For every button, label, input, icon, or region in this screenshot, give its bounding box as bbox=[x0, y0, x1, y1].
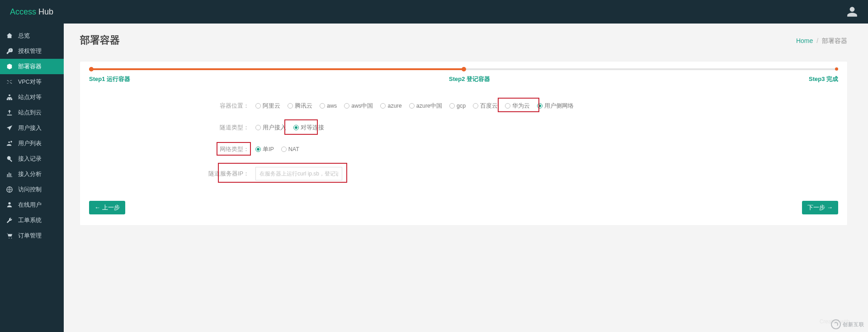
form-panel: Step1 运行容器 Step2 登记容器 Step3 完成 容器位置： 阿里云… bbox=[80, 62, 847, 225]
radio-icon bbox=[344, 103, 349, 109]
sidebar-item-label: 访问控制 bbox=[18, 186, 42, 194]
radio-icon bbox=[255, 125, 261, 130]
radio-icon bbox=[505, 103, 510, 109]
label-network-type: 网络类型： bbox=[89, 146, 252, 153]
radio-icon bbox=[255, 147, 261, 152]
row-tunnel-type: 隧道类型： 用户接入对等连接 bbox=[89, 117, 838, 138]
network-type-option-1[interactable]: NAT bbox=[281, 146, 299, 152]
step-dot-1[interactable] bbox=[89, 67, 94, 71]
option-label: NAT bbox=[288, 146, 299, 152]
next-step-button[interactable]: 下一步 → bbox=[802, 201, 838, 214]
sitemap-icon bbox=[6, 94, 13, 100]
home-icon bbox=[6, 33, 13, 39]
breadcrumb: Home / 部署容器 bbox=[796, 37, 847, 45]
breadcrumb-home[interactable]: Home bbox=[796, 37, 813, 44]
sidebar-item-label: VPC对等 bbox=[18, 78, 42, 86]
sidebar-item-label: 订单管理 bbox=[18, 232, 42, 240]
sidebar-item-label: 部署容器 bbox=[18, 63, 42, 71]
container-location-option-0[interactable]: 阿里云 bbox=[255, 102, 280, 110]
option-label: 用户接入 bbox=[263, 124, 286, 132]
radio-icon bbox=[320, 103, 325, 109]
sidebar-item-label: 用户列表 bbox=[18, 140, 42, 147]
users-icon bbox=[6, 140, 13, 147]
sidebar-item-label: 工单系统 bbox=[18, 217, 42, 224]
option-label: 百度云 bbox=[480, 102, 498, 110]
container-location-option-6[interactable]: gcp bbox=[449, 103, 466, 109]
step2-label: Step2 登记容器 bbox=[449, 75, 490, 83]
radio-icon bbox=[537, 103, 542, 109]
sidebar-item-home[interactable]: 总览 bbox=[0, 28, 64, 43]
prev-step-button[interactable]: ← 上一步 bbox=[89, 201, 125, 214]
sidebar-item-key[interactable]: 授权管理 bbox=[0, 43, 64, 59]
container-location-option-3[interactable]: aws中国 bbox=[344, 102, 373, 110]
step-dot-3[interactable] bbox=[835, 67, 838, 71]
corner-watermark: 创新互联 bbox=[831, 319, 864, 329]
stepper: Step1 运行容器 Step2 登记容器 Step3 完成 bbox=[89, 67, 838, 85]
main-content: 部署容器 Home / 部署容器 Step1 运行容器 Step2 登记容器 S… bbox=[64, 24, 868, 332]
radio-icon bbox=[293, 125, 299, 130]
label-container-location: 容器位置： bbox=[89, 102, 252, 110]
upload-icon bbox=[6, 109, 13, 116]
option-label: 华为云 bbox=[512, 102, 530, 110]
key-icon bbox=[6, 48, 13, 54]
option-label: aws中国 bbox=[351, 102, 373, 110]
plane-icon bbox=[6, 125, 13, 131]
sidebar-item-label: 接入记录 bbox=[18, 155, 42, 163]
container-location-option-1[interactable]: 腾讯云 bbox=[288, 102, 312, 110]
sidebar-item-globe[interactable]: 访问控制 bbox=[0, 182, 64, 197]
sidebar-item-label: 授权管理 bbox=[18, 47, 42, 55]
shuffle-icon bbox=[6, 79, 13, 85]
watermark-swirl-icon bbox=[831, 319, 841, 329]
sidebar-item-label: 在线用户 bbox=[18, 201, 42, 209]
user-icon bbox=[6, 202, 13, 208]
user-account-icon[interactable] bbox=[846, 6, 858, 18]
sidebar-item-users[interactable]: 用户列表 bbox=[0, 136, 64, 151]
sidebar-item-user[interactable]: 在线用户 bbox=[0, 197, 64, 213]
option-label: azure中国 bbox=[416, 102, 442, 110]
wrench-icon bbox=[6, 217, 13, 223]
container-location-option-5[interactable]: azure中国 bbox=[409, 102, 442, 110]
container-location-option-8[interactable]: 华为云 bbox=[505, 102, 530, 110]
sidebar-item-sitemap[interactable]: 站点对等 bbox=[0, 90, 64, 105]
cart-icon bbox=[6, 232, 13, 239]
option-label: 腾讯云 bbox=[295, 102, 312, 110]
row-container-location: 容器位置： 阿里云腾讯云awsaws中国azureazure中国gcp百度云华为… bbox=[89, 95, 838, 117]
sidebar-item-shuffle[interactable]: VPC对等 bbox=[0, 74, 64, 90]
step-dot-2[interactable] bbox=[462, 67, 466, 71]
cube-icon bbox=[6, 63, 13, 70]
step1-label: Step1 运行容器 bbox=[89, 75, 130, 83]
option-label: azure bbox=[387, 103, 401, 109]
input-tunnel-server-ip[interactable] bbox=[255, 167, 342, 180]
option-label: gcp bbox=[457, 103, 466, 109]
sidebar-item-upload[interactable]: 站点到云 bbox=[0, 105, 64, 120]
sidebar-item-search[interactable]: 接入记录 bbox=[0, 151, 64, 166]
brand-plain: Hub bbox=[36, 7, 53, 16]
container-location-option-4[interactable]: azure bbox=[380, 103, 401, 109]
sidebar-item-label: 总览 bbox=[18, 32, 30, 40]
sidebar-item-cart[interactable]: 订单管理 bbox=[0, 228, 64, 243]
network-type-option-0[interactable]: 单IP bbox=[255, 146, 274, 153]
sidebar: 总览授权管理部署容器VPC对等站点对等站点到云用户接入用户列表接入记录接入分析访… bbox=[0, 24, 64, 332]
container-location-option-7[interactable]: 百度云 bbox=[473, 102, 498, 110]
radio-icon bbox=[255, 103, 261, 109]
container-location-option-9[interactable]: 用户侧网络 bbox=[537, 102, 574, 110]
watermark-text: 创新互联 bbox=[843, 321, 864, 328]
radio-icon bbox=[409, 103, 415, 109]
container-location-option-2[interactable]: aws bbox=[320, 103, 337, 109]
option-label: 对等连接 bbox=[301, 124, 324, 132]
tunnel-type-option-1[interactable]: 对等连接 bbox=[293, 124, 324, 132]
brand: Access Hub bbox=[10, 7, 53, 17]
tunnel-type-option-0[interactable]: 用户接入 bbox=[255, 124, 286, 132]
option-label: aws bbox=[327, 103, 337, 109]
breadcrumb-sep: / bbox=[816, 37, 818, 44]
sidebar-item-label: 接入分析 bbox=[18, 171, 42, 178]
sidebar-item-plane[interactable]: 用户接入 bbox=[0, 120, 64, 136]
option-label: 阿里云 bbox=[263, 102, 280, 110]
sidebar-item-wrench[interactable]: 工单系统 bbox=[0, 213, 64, 228]
search-icon bbox=[6, 156, 13, 162]
radio-icon bbox=[288, 103, 293, 109]
sidebar-item-cube[interactable]: 部署容器 bbox=[0, 59, 64, 74]
row-network-type: 网络类型： 单IPNAT bbox=[89, 138, 838, 160]
sidebar-item-chart[interactable]: 接入分析 bbox=[0, 166, 64, 182]
page-title: 部署容器 bbox=[80, 33, 120, 47]
